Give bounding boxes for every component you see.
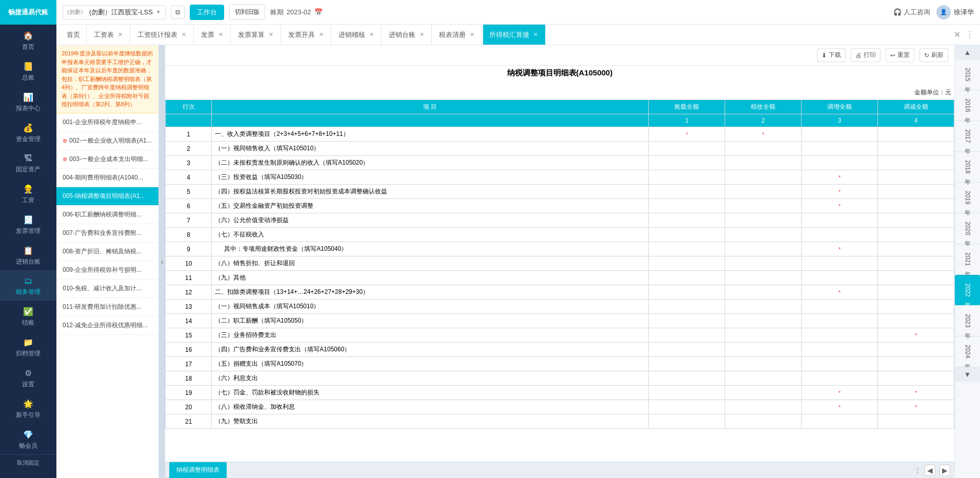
copy-button[interactable]: ⧉ bbox=[171, 6, 185, 19]
table-wrapper[interactable]: 纳税调整项目明细表(A105000) 金额单位：元 行次 项 目 账载全额 bbox=[165, 66, 954, 462]
cell-col1[interactable] bbox=[649, 285, 725, 300]
cell-col3[interactable]: * bbox=[802, 199, 878, 213]
year-item-2015[interactable]: 2015年 bbox=[955, 59, 980, 90]
scroll-left-button[interactable]: ◀ bbox=[925, 465, 935, 476]
cell-col1[interactable] bbox=[649, 185, 725, 199]
cell-col3[interactable]: * bbox=[802, 185, 878, 199]
cell-col2[interactable] bbox=[725, 213, 802, 228]
cell-col2[interactable] bbox=[725, 285, 802, 300]
cell-col4[interactable] bbox=[878, 300, 954, 314]
sidebar-item-sales-ledger[interactable]: 📋 进销台账 bbox=[0, 240, 56, 270]
cell-col3[interactable]: * bbox=[802, 400, 878, 414]
cell-col4[interactable] bbox=[878, 343, 954, 357]
cell-col2[interactable] bbox=[725, 185, 802, 199]
workbench-button[interactable]: 工作台 bbox=[190, 5, 224, 20]
cell-col1[interactable] bbox=[649, 343, 725, 357]
tab-invoice-calc[interactable]: 发票算算 ✕ bbox=[232, 25, 281, 45]
cell-col4[interactable] bbox=[878, 170, 954, 185]
cell-col3[interactable]: * bbox=[802, 386, 878, 400]
sidebar-item-fixed-assets[interactable]: 🏗 固定资产 bbox=[0, 148, 56, 178]
cell-col2[interactable] bbox=[725, 170, 802, 185]
cell-col1[interactable] bbox=[649, 328, 725, 343]
cell-col2[interactable] bbox=[725, 142, 802, 156]
menu-item-010[interactable]: 010-免税、减计收入及加计... bbox=[56, 280, 158, 298]
cell-col4[interactable] bbox=[878, 127, 954, 142]
tab-close-icon[interactable]: ✕ bbox=[418, 31, 425, 38]
cell-col3[interactable] bbox=[802, 343, 878, 357]
year-item-2022[interactable]: 2022年 bbox=[955, 275, 980, 306]
year-item-2017[interactable]: 2017年 bbox=[955, 121, 980, 152]
menu-item-007[interactable]: 007-广告费和业务宣传费附... bbox=[56, 224, 158, 243]
cell-col3[interactable] bbox=[802, 414, 878, 429]
cell-col3[interactable] bbox=[802, 271, 878, 285]
cell-col2[interactable] bbox=[725, 314, 802, 328]
cell-col2[interactable] bbox=[725, 386, 802, 400]
sidebar-item-invoice[interactable]: 🧾 发票管理 bbox=[0, 209, 56, 240]
tab-close-icon[interactable]: ✕ bbox=[117, 31, 124, 38]
refresh-button[interactable]: ↻ 刷新 bbox=[919, 48, 948, 62]
bottom-tab-adjust[interactable]: 纳税调整明细表 bbox=[169, 462, 227, 478]
year-item-2020[interactable]: 2020年 bbox=[955, 213, 980, 244]
tab-income-tax[interactable]: 所得税汇算缴 ✕ bbox=[483, 25, 546, 45]
tab-payroll[interactable]: 工资表 ✕ bbox=[88, 25, 130, 45]
year-item-2024[interactable]: 2024年 bbox=[955, 336, 980, 367]
sidebar-item-home[interactable]: 🏠 首页 bbox=[0, 25, 56, 55]
tab-close-icon[interactable]: ✕ bbox=[469, 31, 475, 38]
cell-col3[interactable]: * bbox=[802, 170, 878, 185]
year-nav-up-button[interactable]: ▲ bbox=[955, 45, 980, 59]
cell-col1[interactable] bbox=[649, 228, 725, 242]
service-button[interactable]: 🎧 人工咨询 bbox=[893, 8, 930, 17]
menu-item-002[interactable]: ⊗ 002-一般企业收入明细表(A1... bbox=[56, 132, 158, 150]
menu-item-011[interactable]: 011-研发费用加计扣除优惠... bbox=[56, 298, 158, 316]
cell-col4[interactable] bbox=[878, 414, 954, 429]
cell-col4[interactable]: * bbox=[878, 400, 954, 414]
cell-col2[interactable] bbox=[725, 228, 802, 242]
cell-col3[interactable]: * bbox=[802, 242, 878, 256]
menu-item-006[interactable]: 006-职工薪酬纳税调整明细... bbox=[56, 206, 158, 224]
cell-col1[interactable] bbox=[649, 142, 725, 156]
cell-col4[interactable] bbox=[878, 256, 954, 271]
cell-col3[interactable] bbox=[802, 371, 878, 386]
tab-invoice[interactable]: 发票 ✕ bbox=[195, 25, 231, 45]
cell-col2[interactable] bbox=[725, 343, 802, 357]
cell-col4[interactable] bbox=[878, 142, 954, 156]
scroll-right-button[interactable]: ▶ bbox=[939, 465, 950, 476]
tab-close-icon[interactable]: ✕ bbox=[217, 31, 224, 38]
cell-col1[interactable] bbox=[649, 414, 725, 429]
menu-item-004[interactable]: 004-期间费用明细表(A1040... bbox=[56, 169, 158, 187]
sidebar-item-archive[interactable]: 📁 归档管理 bbox=[0, 331, 56, 362]
cell-col3[interactable] bbox=[802, 357, 878, 371]
cell-col2[interactable] bbox=[725, 328, 802, 343]
cell-col4[interactable] bbox=[878, 199, 954, 213]
cell-col3[interactable]: * bbox=[802, 285, 878, 300]
year-item-2019[interactable]: 2019年 bbox=[955, 183, 980, 213]
cell-col3[interactable] bbox=[802, 314, 878, 328]
user-area[interactable]: 👤 徐泽华 bbox=[936, 5, 974, 19]
cell-col4[interactable] bbox=[878, 371, 954, 386]
cell-col4[interactable]: * bbox=[878, 328, 954, 343]
cell-col3[interactable] bbox=[802, 127, 878, 142]
cell-col1[interactable] bbox=[649, 300, 725, 314]
menu-item-012[interactable]: 012-减免企业所得税优惠明细... bbox=[56, 316, 158, 335]
cell-col2[interactable] bbox=[725, 271, 802, 285]
cell-col1[interactable] bbox=[649, 199, 725, 213]
cell-col4[interactable]: * bbox=[878, 386, 954, 400]
sidebar-item-settings[interactable]: ⚙ 设置 bbox=[0, 362, 56, 393]
sidebar-item-finance[interactable]: 💰 资金管理 bbox=[0, 117, 56, 148]
cell-col1[interactable] bbox=[649, 156, 725, 170]
sidebar-item-member[interactable]: 💎 畅会员 bbox=[0, 424, 56, 454]
cell-col2[interactable] bbox=[725, 414, 802, 429]
sidebar-item-closing[interactable]: ✅ 结账 bbox=[0, 301, 56, 331]
old-version-button[interactable]: 切到旧版 bbox=[229, 4, 265, 20]
reset-button[interactable]: ↩ 重置 bbox=[886, 48, 914, 62]
cell-col1[interactable] bbox=[649, 400, 725, 414]
cell-col2[interactable]: * bbox=[725, 127, 802, 142]
year-item-2023[interactable]: 2023年 bbox=[955, 306, 980, 336]
company-selector[interactable]: (勿删） (勿删）江西股宝-LSS ▼ bbox=[63, 5, 166, 19]
cell-col1[interactable] bbox=[649, 170, 725, 185]
collapse-panel-button[interactable]: ‹ bbox=[159, 45, 165, 478]
cell-col1[interactable] bbox=[649, 271, 725, 285]
cell-col3[interactable] bbox=[802, 256, 878, 271]
cell-col1[interactable] bbox=[649, 242, 725, 256]
menu-item-001[interactable]: 001-企业所得税年度纳税申... bbox=[56, 113, 158, 132]
